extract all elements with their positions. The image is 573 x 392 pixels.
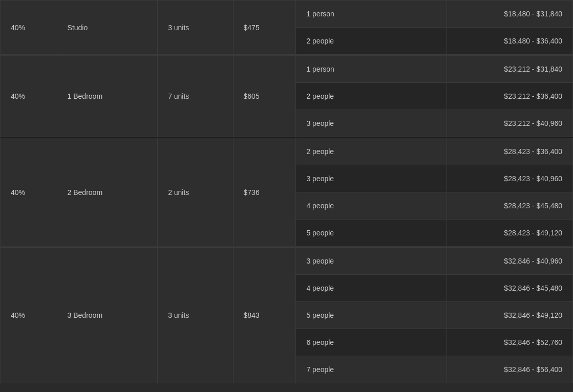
household-cell: 5 people: [296, 220, 447, 247]
table-row: 40%2 Bedroom2 units$7362 people$28,423 -…: [1, 138, 573, 165]
unit-type-cell: 2 Bedroom: [57, 138, 158, 247]
household-cell: 7 people: [296, 356, 447, 383]
income-cell: $28,423 - $49,120: [447, 220, 573, 247]
listings-table: 40%Studio3 units$4751 person$18,480 - $3…: [0, 0, 573, 383]
income-cell: $23,212 - $40,960: [447, 110, 573, 137]
ami-cell: 40%: [1, 138, 57, 247]
units-cell: 3 units: [158, 248, 233, 383]
units-cell: 3 units: [158, 1, 233, 55]
rent-cell: $843: [233, 248, 296, 383]
income-cell: $32,846 - $49,120: [447, 302, 573, 329]
household-cell: 3 people: [296, 110, 447, 137]
table-row: 40%Studio3 units$4751 person$18,480 - $3…: [1, 1, 573, 28]
rent-cell: $605: [233, 56, 296, 137]
units-cell: 7 units: [158, 56, 233, 137]
income-cell: $32,846 - $45,480: [447, 275, 573, 302]
table-row: 40%3 Bedroom3 units$8433 people$32,846 -…: [1, 248, 573, 275]
ami-cell: 40%: [1, 1, 57, 55]
income-cell: $23,212 - $36,400: [447, 83, 573, 110]
income-cell: $32,846 - $56,400: [447, 356, 573, 383]
table-row: 40%1 Bedroom7 units$6051 person$23,212 -…: [1, 56, 573, 83]
unit-type-cell: Studio: [57, 1, 158, 55]
units-cell: 2 units: [158, 138, 233, 247]
income-cell: $28,423 - $40,960: [447, 165, 573, 192]
household-cell: 5 people: [296, 302, 447, 329]
income-cell: $32,846 - $52,760: [447, 329, 573, 356]
household-cell: 2 people: [296, 28, 447, 55]
household-cell: 4 people: [296, 192, 447, 220]
income-cell: $28,423 - $36,400: [447, 138, 573, 165]
household-cell: 6 people: [296, 329, 447, 356]
unit-type-cell: 3 Bedroom: [57, 248, 158, 383]
household-cell: 1 person: [296, 56, 447, 83]
main-container: 40%Studio3 units$4751 person$18,480 - $3…: [0, 0, 573, 392]
income-cell: $32,846 - $40,960: [447, 248, 573, 275]
household-cell: 2 people: [296, 138, 447, 165]
household-cell: 2 people: [296, 83, 447, 110]
ami-cell: 40%: [1, 248, 57, 383]
household-cell: 3 people: [296, 248, 447, 275]
income-cell: $28,423 - $45,480: [447, 192, 573, 220]
income-cell: $18,480 - $36,400: [447, 28, 573, 55]
income-cell: $18,480 - $31,840: [447, 1, 573, 28]
rent-cell: $475: [233, 1, 296, 55]
household-cell: 4 people: [296, 275, 447, 302]
income-cell: $23,212 - $31,840: [447, 56, 573, 83]
household-cell: 3 people: [296, 165, 447, 192]
ami-cell: 40%: [1, 56, 57, 137]
household-cell: 1 person: [296, 1, 447, 28]
rent-cell: $736: [233, 138, 296, 247]
unit-type-cell: 1 Bedroom: [57, 56, 158, 137]
